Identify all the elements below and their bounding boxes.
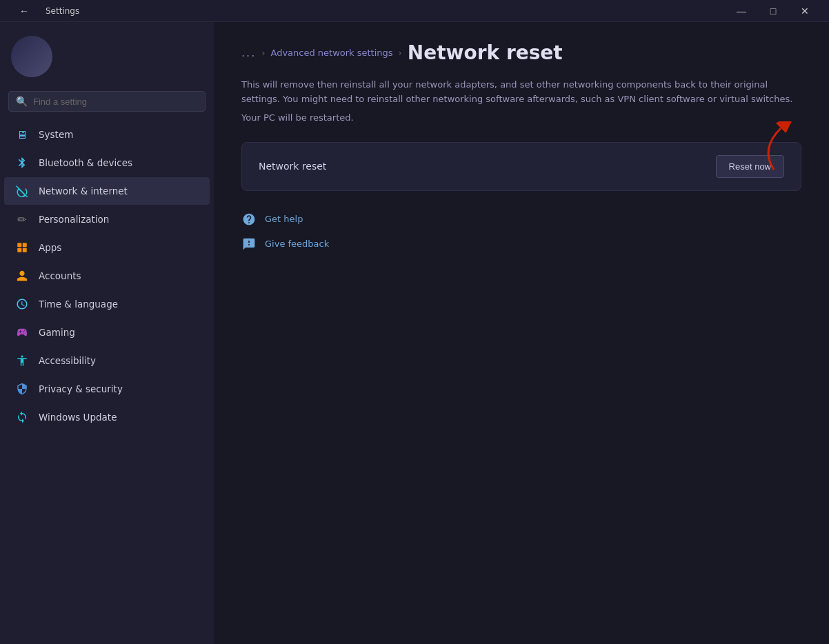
sidebar-item-label: Accounts <box>39 270 81 281</box>
avatar-image <box>11 36 52 77</box>
content-inner: ... › Advanced network settings › Networ… <box>214 22 829 272</box>
breadcrumb: ... › Advanced network settings › Networ… <box>241 41 801 64</box>
search-container: 🔍 <box>0 85 214 120</box>
sidebar-item-label: Gaming <box>39 327 75 338</box>
sidebar-item-update[interactable]: Windows Update <box>4 403 210 431</box>
main-description-sub: Your PC will be restarted. <box>241 112 801 123</box>
sidebar-item-network[interactable]: Network & internet <box>4 177 210 205</box>
profile-area <box>0 22 214 85</box>
apps-icon <box>15 241 29 254</box>
give-feedback-link[interactable]: Give feedback <box>241 235 801 253</box>
search-icon: 🔍 <box>16 96 28 107</box>
search-input[interactable] <box>33 97 198 107</box>
sidebar-item-label: System <box>39 129 73 140</box>
give-feedback-text: Give feedback <box>265 239 329 249</box>
sidebar-item-label: Privacy & security <box>39 383 123 394</box>
breadcrumb-dots: ... <box>241 46 256 59</box>
help-links: Get help Give feedback <box>241 210 801 253</box>
get-help-link[interactable]: Get help <box>241 210 801 228</box>
sidebar-item-label: Apps <box>39 242 61 253</box>
main-content: ... › Advanced network settings › Networ… <box>214 22 829 644</box>
get-help-text: Get help <box>265 214 303 224</box>
sidebar-item-label: Windows Update <box>39 412 117 423</box>
get-help-icon <box>241 212 257 227</box>
breadcrumb-current: Network reset <box>408 41 563 64</box>
titlebar-controls: — □ ✕ <box>726 0 821 22</box>
svg-rect-0 <box>17 243 21 247</box>
sidebar-item-gaming[interactable]: Gaming <box>4 319 210 346</box>
sidebar-item-accounts[interactable]: Accounts <box>4 262 210 290</box>
sidebar-item-time[interactable]: Time & language <box>4 290 210 318</box>
sidebar-item-privacy[interactable]: Privacy & security <box>4 375 210 403</box>
arrow-area: Network reset Reset now <box>241 142 801 191</box>
reset-card-label: Network reset <box>259 161 326 172</box>
gaming-icon <box>15 325 29 339</box>
sidebar-item-apps[interactable]: Apps <box>4 234 210 261</box>
sidebar-item-personalization[interactable]: ✏️ Personalization <box>4 205 210 233</box>
minimize-button[interactable]: — <box>726 0 757 22</box>
sidebar-item-label: Accessibility <box>39 355 96 366</box>
svg-rect-3 <box>23 248 27 252</box>
avatar <box>11 36 52 77</box>
time-icon <box>15 297 29 311</box>
privacy-icon <box>15 382 29 396</box>
sidebar-item-label: Personalization <box>39 214 109 225</box>
back-icon: ← <box>19 6 29 17</box>
breadcrumb-sep-2: › <box>399 48 402 58</box>
accessibility-icon <box>15 354 29 368</box>
network-icon <box>15 184 29 198</box>
sidebar-item-system[interactable]: 🖥 System <box>4 121 210 148</box>
sidebar: 🔍 🖥 System Bluetooth & devices Network & <box>0 22 214 644</box>
titlebar-left: ← Settings <box>8 0 79 22</box>
titlebar-title: Settings <box>46 6 79 16</box>
app-container: 🔍 🖥 System Bluetooth & devices Network & <box>0 22 829 644</box>
sidebar-item-label: Time & language <box>39 299 118 310</box>
network-reset-card: Network reset Reset now <box>241 142 801 191</box>
back-button[interactable]: ← <box>8 0 40 22</box>
reset-now-button[interactable]: Reset now <box>716 155 784 178</box>
update-icon <box>15 410 29 424</box>
give-feedback-icon <box>241 237 257 252</box>
breadcrumb-parent[interactable]: Advanced network settings <box>270 48 392 58</box>
titlebar: ← Settings — □ ✕ <box>0 0 829 22</box>
sidebar-item-label: Bluetooth & devices <box>39 157 132 168</box>
breadcrumb-sep-1: › <box>261 48 265 58</box>
accounts-icon <box>15 269 29 283</box>
sidebar-item-label: Network & internet <box>39 185 128 197</box>
personalization-icon: ✏️ <box>15 212 29 226</box>
maximize-button[interactable]: □ <box>757 0 789 22</box>
close-button[interactable]: ✕ <box>789 0 821 22</box>
bluetooth-icon <box>15 156 29 170</box>
search-box: 🔍 <box>8 91 206 112</box>
svg-rect-1 <box>23 243 27 247</box>
sidebar-nav: 🖥 System Bluetooth & devices Network & i… <box>0 120 214 432</box>
system-icon: 🖥 <box>15 128 29 141</box>
main-description: This will remove then reinstall all your… <box>241 78 801 107</box>
sidebar-item-bluetooth[interactable]: Bluetooth & devices <box>4 149 210 177</box>
svg-rect-2 <box>17 248 21 252</box>
sidebar-item-accessibility[interactable]: Accessibility <box>4 347 210 374</box>
